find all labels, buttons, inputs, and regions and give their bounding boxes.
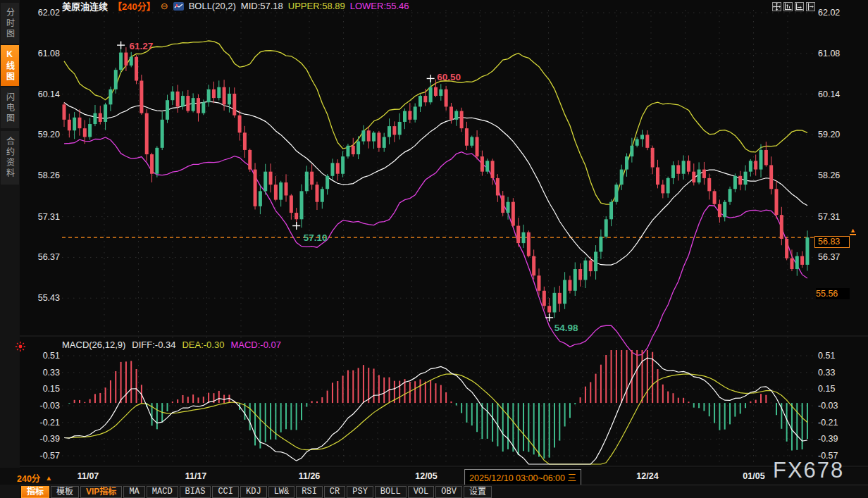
timeframe-corner[interactable]: 240分 ▲ xyxy=(17,471,52,485)
price-up-arrow-icon: ▲ xyxy=(850,228,856,235)
boll-lower-value: LOWER:55.46 xyxy=(350,1,409,11)
collapse-circle-icon[interactable]: ⊖ xyxy=(161,1,168,11)
date-tick-label: 11/07 xyxy=(78,471,99,481)
hovered-candle-time-tag: 2025/12/10 03:00~06:00 三 xyxy=(464,469,581,485)
chart-header: 美原油连续 【240分】 ⊖ BOLL(20,2) MID:57.18 UPPE… xyxy=(62,0,409,12)
kline-chart-icon xyxy=(173,2,184,11)
axis-label: 58.26 xyxy=(38,170,60,180)
date-tick-label: 12/24 xyxy=(636,471,658,481)
toolbar-button-14[interactable]: VOL xyxy=(408,486,435,498)
axis-label: -0.39 xyxy=(818,434,838,444)
axis-label: -0.39 xyxy=(40,434,61,444)
price-extreme-label: 57.10 xyxy=(304,232,328,243)
toolbar-button-16[interactable]: 设置 xyxy=(464,486,492,498)
price-extreme-label: 61.27 xyxy=(130,41,154,51)
macd-indicator-name[interactable]: MACD(26,12,9) xyxy=(62,340,125,350)
macd-diff-value: DIFF:-0.34 xyxy=(132,340,175,350)
date-tick-label: 12/05 xyxy=(415,471,437,481)
date-tick-label: 01/05 xyxy=(743,471,764,481)
indicator-toolbar: 指标模板VIP指标MAMACDBIASCCIKDJLW&RSICRPSYBOLL… xyxy=(20,485,868,498)
go-to-latest-icon[interactable] xyxy=(806,2,815,11)
indicator-burst-icon[interactable] xyxy=(15,341,26,352)
macd-macd-value: MACD:-0.07 xyxy=(230,340,281,350)
low-band-price-tag: 55.56 xyxy=(816,288,850,299)
axis-label: 0.33 xyxy=(43,368,60,378)
axis-label: 56.37 xyxy=(38,252,60,262)
timeframe-up-triangle-icon: ▲ xyxy=(45,474,52,482)
candles-layer xyxy=(63,45,810,318)
axis-label: 59.20 xyxy=(818,130,840,139)
axis-label: 59.20 xyxy=(38,130,60,139)
toolbar-button-3[interactable]: VIP指标 xyxy=(80,486,122,498)
toolbar-button-2[interactable]: 模板 xyxy=(51,486,79,498)
toolbar-button-11[interactable]: CR xyxy=(324,486,345,498)
axis-label: -0.03 xyxy=(40,401,61,411)
date-axis: 240分 ▲ 11/0711/1711/2612/0512/2401/05 20… xyxy=(0,468,868,485)
axis-label: -0.21 xyxy=(818,418,838,428)
macd-header: MACD(26,12,9) DIFF:-0.34 DEA:-0.30 MACD:… xyxy=(62,340,281,350)
price-extreme-label: 54.98 xyxy=(554,323,578,333)
fit-price-axis-icon[interactable] xyxy=(783,2,793,11)
timeframe-corner-label[interactable]: 240分 xyxy=(17,471,40,485)
boll-upper-value: UPPER:58.89 xyxy=(288,1,345,11)
toolbar-button-7[interactable]: CCI xyxy=(212,486,239,498)
symbol-title: 美原油连续 xyxy=(62,0,108,13)
annotations-layer: 61.2760.5057.1054.98 xyxy=(117,41,578,333)
indicator-name[interactable]: BOLL(20,2) xyxy=(189,1,236,11)
axis-label: 61.08 xyxy=(818,49,840,58)
axis-label: 58.26 xyxy=(818,170,840,180)
axis-label: -0.21 xyxy=(40,418,61,428)
axis-label: 55.43 xyxy=(38,293,60,303)
watermark: FX678 xyxy=(773,458,844,483)
axis-label: 0.15 xyxy=(818,384,835,394)
toolbar-button-12[interactable]: PSY xyxy=(347,486,373,498)
toolbar-button-6[interactable]: BIAS xyxy=(180,486,211,498)
pan-tool-icon[interactable] xyxy=(772,2,781,11)
toolbar-button-8[interactable]: KDJ xyxy=(240,486,267,498)
timeframe-label[interactable]: 【240分】 xyxy=(113,0,156,13)
axis-label: 57.31 xyxy=(38,212,60,222)
axis-label: 62.02 xyxy=(818,8,840,18)
axis-label: -0.57 xyxy=(40,451,61,461)
axis-label: 57.31 xyxy=(818,212,840,222)
date-tick-label: 11/26 xyxy=(299,471,321,481)
date-tick-label: 11/17 xyxy=(185,471,207,481)
toolbar-button-13[interactable]: BOLL xyxy=(375,486,407,498)
window-controls xyxy=(772,2,815,11)
macd-dea-value: DEA:-0.30 xyxy=(182,340,224,350)
axis-label: 61.08 xyxy=(38,49,60,58)
axis-label: 0.33 xyxy=(818,368,835,378)
toolbar-button-4[interactable]: MA xyxy=(123,486,144,498)
toolbar-button-1[interactable]: 指标 xyxy=(21,486,49,498)
macd-layer xyxy=(64,350,807,464)
chart-app: 分时图K线图闪电图合约资料 美原油连续 【240分】 ⊖ BOLL(20,2) … xyxy=(0,0,868,498)
toolbar-button-15[interactable]: OBV xyxy=(435,486,462,498)
fit-time-axis-icon[interactable] xyxy=(795,2,804,11)
toolbar-button-5[interactable]: MACD xyxy=(147,486,178,498)
current-price-tag: 56.83 xyxy=(814,236,850,248)
axis-label: 0.51 xyxy=(818,351,835,361)
toolbar-button-9[interactable]: LW& xyxy=(268,486,295,498)
axis-label: 0.51 xyxy=(43,351,60,361)
kline-chart-canvas[interactable]: 62.0262.0261.0861.0860.1460.1459.2059.20… xyxy=(0,0,868,498)
axis-label: 56.37 xyxy=(818,252,840,262)
boll-mid-value: MID:57.18 xyxy=(241,1,283,11)
toolbar-button-10[interactable]: RSI xyxy=(296,486,323,498)
axis-label: 60.14 xyxy=(818,89,840,99)
axis-label: 62.02 xyxy=(38,8,60,18)
price-extreme-label: 60.50 xyxy=(437,72,461,82)
axis-label: 0.15 xyxy=(43,384,60,394)
axis-label: -0.03 xyxy=(818,401,838,411)
axis-label: 60.14 xyxy=(38,89,60,99)
